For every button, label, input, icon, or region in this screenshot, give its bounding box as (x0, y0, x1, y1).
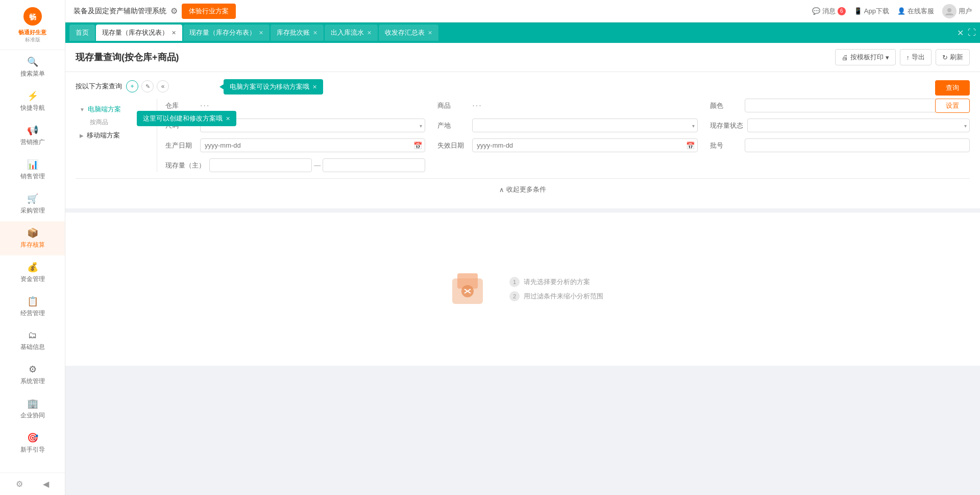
warehouse-dots[interactable]: ··· (200, 101, 210, 110)
sidebar-item-guide[interactable]: 🎯 新手引导 (0, 426, 65, 460)
search-icon: 🔍 (27, 56, 38, 67)
print-button[interactable]: 🖨 按模板打印 ▾ (835, 49, 896, 65)
expire-date-calendar-icon[interactable]: 📅 (686, 142, 695, 150)
tooltip1-close[interactable]: ✕ (312, 84, 317, 90)
produce-date-calendar-icon[interactable]: 📅 (413, 142, 422, 150)
range-separator: — (314, 161, 321, 169)
tab-stock-status[interactable]: 现存量（库存状况表） ✕ (96, 25, 182, 41)
origin-select-wrapper: ▾ (472, 119, 697, 132)
sidebar-item-marketing[interactable]: 📢 营销推广 (0, 119, 65, 153)
collapse-button[interactable]: ∧ 收起更多条件 (499, 185, 546, 194)
purchase-icon: 🛒 (27, 193, 38, 204)
tab-inout-flow[interactable]: 出入库流水 ✕ (325, 25, 378, 41)
empty-tip-2: 2 用过滤条件来缩小分析范围 (509, 291, 603, 301)
produce-date-input[interactable] (200, 138, 425, 152)
stock-amount-label: 现存量（主） (165, 161, 205, 170)
svg-point-2 (947, 8, 951, 12)
stock-status-select[interactable] (747, 119, 970, 132)
warehouse-label: 仓库 (165, 101, 196, 110)
tab-batch-ledger-close[interactable]: ✕ (313, 30, 317, 36)
sidebar-item-inventory[interactable]: 📦 库存核算 (0, 221, 65, 255)
stock-amount-from[interactable] (209, 158, 312, 172)
tab-stock-status-close[interactable]: ✕ (172, 30, 176, 36)
edit-scheme-button[interactable]: ✎ (141, 80, 154, 92)
page-header: 现存量查询(按仓库+商品) 🖨 按模板打印 ▾ ↑ 导出 ↻ 刷新 (65, 43, 980, 72)
service-icon: 👤 (897, 7, 905, 15)
sidebar-item-search[interactable]: 🔍 搜索菜单 (0, 50, 65, 84)
query-button[interactable]: 查询 (935, 80, 970, 96)
logo-icon: 畅 (22, 6, 43, 27)
goods-dots[interactable]: ··· (472, 101, 482, 110)
tab-bar-actions: ✕ ⛶ (957, 28, 976, 38)
collapse-bar: ∧ 收起更多条件 (76, 178, 970, 200)
user-item[interactable]: 用户 (942, 4, 972, 18)
tab-inout-flow-close[interactable]: ✕ (367, 30, 372, 36)
app-download-icon: 📱 (854, 7, 862, 15)
message-item[interactable]: 💬 消息 6 (812, 7, 846, 16)
finance-icon: 💰 (27, 262, 38, 273)
main-content: 装备及固定资产辅助管理系统 ⚙ 体验行业方案 💬 消息 6 📱 App下载 👤 … (65, 0, 980, 495)
print-chevron-icon: ▾ (886, 54, 889, 61)
goods-label: 商品 (437, 101, 468, 110)
settings-bottom-icon[interactable]: ⚙ (16, 479, 23, 489)
sidebar: 畅 畅通好生意 标准版 🔍 搜索菜单 ⚡ 快捷导航 📢 营销推广 📊 销售管理 (0, 0, 65, 495)
tab-stock-dist-close[interactable]: ✕ (259, 30, 263, 36)
tab-recv-summary-close[interactable]: ✕ (428, 30, 432, 36)
sidebar-item-system[interactable]: ⚙ 系统管理 (0, 358, 65, 392)
filter-grid: 仓库 ··· 商品 ··· 颜色 (165, 99, 970, 172)
system-settings-icon[interactable]: ⚙ (170, 6, 178, 16)
page-actions: 🖨 按模板打印 ▾ ↑ 导出 ↻ 刷新 (835, 49, 970, 65)
tooltip-bubble-scheme-mgmt: 这里可以创建和修改方案哦 ✕ (137, 111, 236, 126)
sidebar-item-quick-nav[interactable]: ⚡ 快捷导航 (0, 84, 65, 119)
scheme-arrow-pc: ▼ (80, 107, 85, 112)
online-service-item[interactable]: 👤 在线客服 (897, 7, 934, 16)
sidebar-item-basic-info[interactable]: 🗂 基础信息 (0, 324, 65, 358)
collapse-sidebar-icon[interactable]: ◀ (43, 479, 49, 489)
sidebar-item-sales[interactable]: 📊 销售管理 (0, 153, 65, 187)
empty-tip-1: 1 请先选择要分析的方案 (509, 277, 603, 287)
export-button[interactable]: ↑ 导出 (900, 49, 932, 65)
sidebar-item-enterprise[interactable]: 🏢 企业协同 (0, 392, 65, 426)
stock-amount-to[interactable] (323, 158, 425, 172)
top-bar-left: 装备及固定资产辅助管理系统 ⚙ 体验行业方案 (74, 4, 236, 19)
color-label: 颜色 (710, 101, 741, 110)
basic-info-icon: 🗂 (28, 330, 37, 341)
tip-num-2: 2 (509, 291, 520, 301)
expire-date-input-wrapper: 📅 (472, 138, 697, 152)
logo-text: 畅通好生意 (18, 29, 46, 36)
operations-icon: 📋 (27, 296, 38, 307)
tooltip2-close[interactable]: ✕ (226, 115, 230, 122)
page-title: 现存量查询(按仓库+商品) (76, 51, 179, 63)
add-scheme-button[interactable]: + (126, 80, 138, 92)
tab-stock-dist-label: 现存量（库存分布表） (189, 28, 256, 37)
tab-close-all-button[interactable]: ✕ (957, 28, 964, 38)
industry-button[interactable]: 体验行业方案 (182, 4, 236, 19)
message-icon: 💬 (812, 7, 820, 15)
origin-select[interactable] (472, 119, 697, 132)
filter-label: 按以下方案查询 (76, 82, 122, 91)
tab-inout-flow-label: 出入库流水 (331, 28, 364, 37)
back-scheme-button[interactable]: « (157, 80, 169, 92)
sidebar-item-purchase[interactable]: 🛒 采购管理 (0, 187, 65, 221)
tab-stock-dist[interactable]: 现存量（库存分布表） ✕ (183, 25, 270, 41)
tab-recv-summary[interactable]: 收发存汇总表 ✕ (379, 25, 438, 41)
produce-date-label: 生产日期 (165, 141, 196, 150)
print-icon: 🖨 (842, 54, 848, 61)
app-download-item[interactable]: 📱 App下载 (854, 7, 889, 16)
tab-fullscreen-button[interactable]: ⛶ (968, 28, 976, 38)
sidebar-item-operations[interactable]: 📋 经营管理 (0, 290, 65, 324)
refresh-button[interactable]: ↻ 刷新 (936, 49, 970, 65)
refresh-icon: ↻ (942, 54, 948, 61)
batch-input[interactable] (745, 138, 970, 152)
filter-row-color: 颜色 ▾ (710, 99, 970, 112)
tab-home[interactable]: 首页 (69, 25, 95, 41)
tooltip-bubble-pc-scheme: 电脑方案可设为移动方案哦 ✕ (224, 79, 323, 95)
sidebar-bottom: ⚙ ◀ (0, 473, 65, 495)
expire-date-input[interactable] (472, 138, 697, 152)
sidebar-item-finance[interactable]: 💰 资金管理 (0, 255, 65, 290)
reset-button[interactable]: 设置 (935, 99, 970, 113)
top-bar: 装备及固定资产辅助管理系统 ⚙ 体验行业方案 💬 消息 6 📱 App下载 👤 … (65, 0, 980, 22)
scheme-item-mobile[interactable]: ▶ 移动端方案 (76, 129, 149, 142)
tab-batch-ledger-label: 库存批次账 (277, 28, 310, 37)
tab-batch-ledger[interactable]: 库存批次账 ✕ (271, 25, 324, 41)
